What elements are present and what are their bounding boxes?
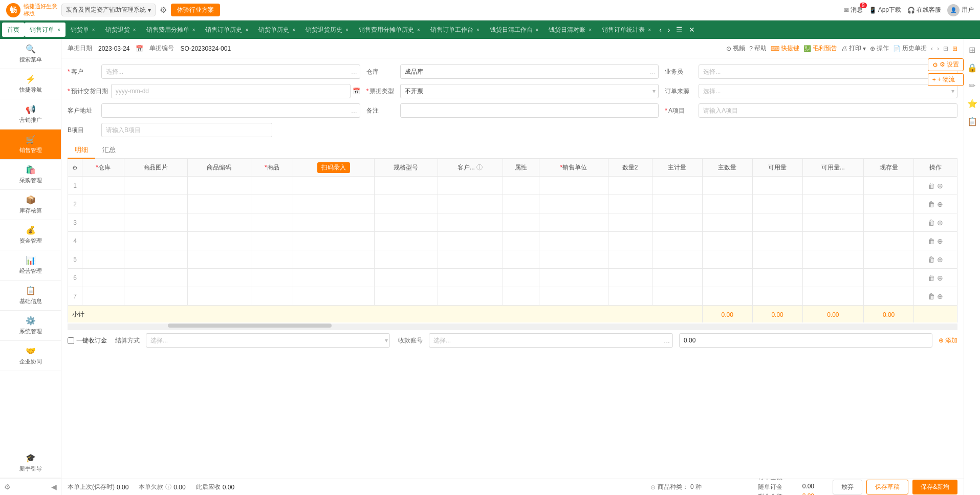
- sidebar-item-guide[interactable]: 🎓 新手引导: [0, 448, 61, 478]
- tab-close-12[interactable]: ×: [648, 27, 651, 33]
- copy-row-4[interactable]: ⊕: [937, 237, 943, 245]
- delete-row-2[interactable]: 🗑: [928, 200, 935, 208]
- toolbar-grid-view[interactable]: ⊟: [943, 45, 948, 52]
- history-btn[interactable]: 📄 历史单据: [893, 44, 927, 53]
- sidebar-collapse-btn[interactable]: ◀: [51, 483, 57, 491]
- horizontal-scrollbar[interactable]: [68, 324, 957, 330]
- order-source-input[interactable]: 选择...: [699, 84, 957, 98]
- delete-row-5[interactable]: 🗑: [928, 255, 935, 264]
- copy-row-1[interactable]: ⊕: [937, 182, 943, 190]
- tab-detail[interactable]: 明细: [68, 142, 95, 159]
- col-scan[interactable]: 扫码录入: [293, 159, 374, 177]
- copy-row-2[interactable]: ⊕: [937, 200, 943, 208]
- calendar-icon[interactable]: 📅: [136, 45, 143, 52]
- tab-close-sales-order[interactable]: ×: [57, 27, 60, 33]
- sidebar-item-cooperation[interactable]: 🤝 企业协同: [0, 341, 61, 371]
- tab-close-3[interactable]: ×: [133, 27, 136, 33]
- tab-sales-return[interactable]: 销货退货 ×: [100, 23, 141, 37]
- tab-prev-btn[interactable]: ‹: [656, 26, 665, 34]
- settings-button[interactable]: ⚙ ⚙ 设置: [928, 58, 964, 71]
- tab-close-4[interactable]: ×: [192, 27, 195, 33]
- invoice-select[interactable]: 不开票: [400, 84, 659, 98]
- tab-close-9[interactable]: ×: [476, 27, 480, 33]
- settings-icon[interactable]: ⚙: [160, 5, 167, 15]
- scan-button[interactable]: 扫码录入: [317, 162, 350, 173]
- note-input[interactable]: [400, 103, 659, 118]
- right-panel-btn-2[interactable]: 🔒: [965, 61, 979, 75]
- tab-sales-expense[interactable]: 销售费用分摊单 ×: [141, 23, 201, 37]
- toolbar-list-view[interactable]: ⊞: [952, 45, 957, 52]
- profit-btn[interactable]: 💹 毛利预告: [803, 44, 837, 53]
- one-click-checkbox[interactable]: [68, 337, 74, 344]
- payment-amount[interactable]: 0.00: [679, 333, 932, 348]
- sidebar-item-marketing[interactable]: 📢 营销推广: [0, 99, 61, 130]
- info-icon[interactable]: ⓘ: [476, 164, 483, 171]
- delete-row-6[interactable]: 🗑: [928, 274, 935, 282]
- tab-close-8[interactable]: ×: [417, 27, 420, 33]
- customer-input[interactable]: 选择...: [101, 64, 360, 79]
- b-project-input[interactable]: 请输入B项目: [101, 123, 272, 137]
- tab-menu-btn[interactable]: ☰: [673, 26, 686, 34]
- tab-workbench[interactable]: 销售订单工作台 ×: [425, 23, 485, 37]
- delivery-date-input[interactable]: yyyy-mm-dd: [111, 84, 351, 98]
- tab-close-all-btn[interactable]: ✕: [686, 26, 698, 34]
- delete-row-1[interactable]: 🗑: [928, 182, 935, 190]
- sidebar-item-system[interactable]: ⚙️ 系统管理: [0, 311, 61, 341]
- tab-qd-workbench[interactable]: 钱贷日清工作台 ×: [485, 23, 544, 37]
- right-panel-btn-4[interactable]: ⭐: [965, 97, 979, 111]
- tab-invoice-history[interactable]: 销货单历史 ×: [253, 23, 300, 37]
- print-btn[interactable]: 🖨 打印 ▾: [841, 44, 866, 53]
- save-draft-button[interactable]: 保存草稿: [866, 480, 908, 494]
- address-input[interactable]: [101, 103, 360, 118]
- sidebar-item-inventory[interactable]: 📦 库存核算: [0, 190, 61, 220]
- tab-sales-invoice[interactable]: 销货单 ×: [66, 23, 100, 37]
- right-panel-btn-3[interactable]: ✏: [967, 79, 977, 93]
- app-download[interactable]: 📱 App下载: [869, 6, 901, 14]
- copy-row-3[interactable]: ⊕: [937, 219, 943, 227]
- tab-next-btn[interactable]: ›: [665, 26, 673, 34]
- sidebar-item-basic-info[interactable]: 📋 基础信息: [0, 281, 61, 311]
- sidebar-item-sales[interactable]: 🛒 销售管理: [0, 130, 61, 160]
- tab-close-6[interactable]: ×: [292, 27, 295, 33]
- add-payment-btn[interactable]: ⊕ 添加: [939, 336, 957, 345]
- system-selector[interactable]: 装备及固定资产辅助管理系统 ▾: [61, 4, 156, 16]
- tab-homepage[interactable]: 首页: [2, 23, 25, 37]
- tab-close-11[interactable]: ×: [589, 27, 592, 33]
- video-btn[interactable]: ⊙ 视频: [726, 44, 745, 53]
- date-value[interactable]: 2023-03-24: [98, 45, 129, 52]
- warehouse-input[interactable]: 成品库: [400, 64, 659, 79]
- prev-down-info-icon[interactable]: ⓘ: [165, 483, 171, 491]
- sidebar-item-operations[interactable]: 📊 经营管理: [0, 250, 61, 281]
- tab-sales-order-history[interactable]: 销售订单历史 ×: [200, 23, 253, 37]
- discard-button[interactable]: 放弃: [833, 480, 862, 494]
- a-project-input[interactable]: 请输入A项目: [699, 103, 957, 118]
- help-btn[interactable]: ? 帮助: [749, 44, 767, 53]
- toolbar-nav-next[interactable]: ›: [937, 45, 939, 52]
- delete-row-7[interactable]: 🗑: [928, 292, 935, 300]
- col-gear[interactable]: ⚙: [68, 159, 82, 177]
- sidebar-item-quick-nav[interactable]: ⚡ 快捷导航: [0, 69, 61, 99]
- account-select[interactable]: 选择...: [429, 333, 673, 348]
- one-click-label[interactable]: 一键收订金: [68, 336, 107, 345]
- add-logistics-button[interactable]: + + 物流: [928, 73, 964, 86]
- save-new-button[interactable]: 保存&新增: [912, 480, 957, 494]
- tab-close-2[interactable]: ×: [92, 27, 95, 33]
- sidebar-settings-btn[interactable]: ⚙: [4, 483, 11, 491]
- delivery-date-icon[interactable]: 📅: [353, 88, 360, 95]
- tab-close-7[interactable]: ×: [345, 27, 349, 33]
- right-panel-btn-1[interactable]: ⊞: [967, 43, 977, 57]
- notification[interactable]: ✉ 消息 9: [844, 6, 863, 14]
- scrollbar-thumb[interactable]: [168, 324, 332, 328]
- tab-summary[interactable]: 汇总: [95, 142, 123, 159]
- tab-expense-history[interactable]: 销售费用分摊单历史 ×: [354, 23, 425, 37]
- toolbar-nav-prev[interactable]: ‹: [931, 45, 933, 52]
- solution-button[interactable]: 体验行业方案: [171, 4, 220, 16]
- sidebar-item-search[interactable]: 🔍 搜索菜单: [0, 39, 61, 69]
- user-info[interactable]: 👤 用户: [947, 4, 974, 16]
- delete-row-3[interactable]: 🗑: [928, 219, 935, 227]
- sidebar-item-purchase[interactable]: 🛍️ 采购管理: [0, 160, 61, 190]
- tab-sales-order[interactable]: 销售订单 ×: [25, 23, 66, 37]
- tab-sales-stats[interactable]: 销售订单统计表 ×: [597, 23, 656, 37]
- sidebar-item-finance[interactable]: 💰 资金管理: [0, 220, 61, 250]
- staff-input[interactable]: 选择...: [699, 64, 957, 79]
